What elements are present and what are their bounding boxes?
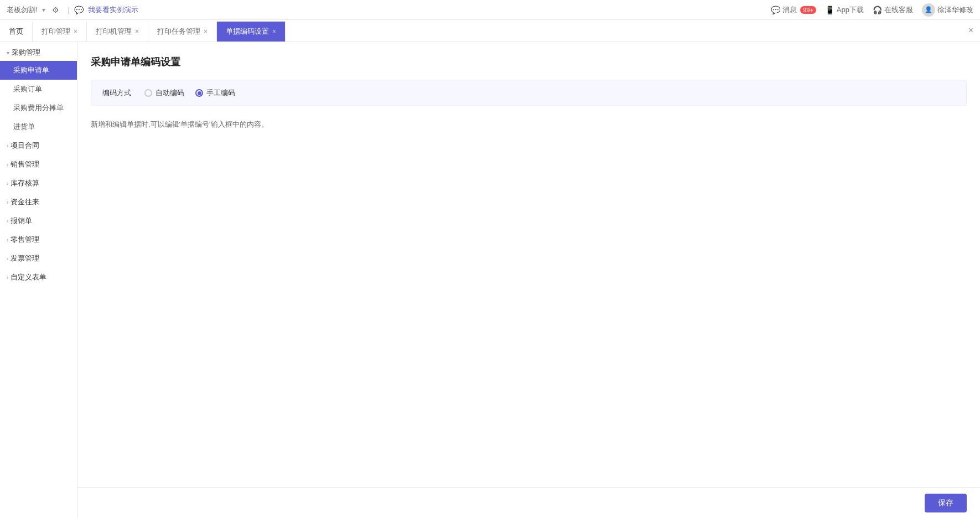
- sidebar-group-procurement: ▾ 采购管理 采购申请单 采购订单 采购费用分摊单 进货单: [0, 42, 77, 136]
- radio-manual-encoding[interactable]: 手工编码: [195, 88, 235, 98]
- sidebar-group-custom-form[interactable]: › 自定义表单: [0, 268, 77, 287]
- chevron-right-icon: ›: [7, 143, 8, 149]
- radio-auto-label: 自动编码: [155, 88, 184, 98]
- radio-manual-label: 手工编码: [206, 88, 235, 98]
- encoding-label: 编码方式: [102, 88, 131, 98]
- demo-link-icon: 💬: [74, 6, 84, 14]
- tab-print-task-mgmt-close[interactable]: ×: [204, 28, 208, 35]
- sidebar-group-sales-mgmt[interactable]: › 销售管理: [0, 155, 77, 174]
- sidebar-group-retail[interactable]: › 零售管理: [0, 230, 77, 249]
- tab-bar-close-all[interactable]: ×: [962, 19, 980, 42]
- avatar: 👤: [922, 3, 935, 17]
- encoding-radio-group: 自动编码 手工编码: [144, 88, 235, 98]
- page-title: 采购申请单编码设置: [91, 55, 967, 69]
- demo-link[interactable]: 我要看实例演示: [88, 5, 138, 15]
- tab-home[interactable]: 首页: [0, 22, 33, 42]
- top-bar: 老板勿割! | 💬 我要看实例演示 消息 99+ App下载 在线客服 👤 徐泽…: [0, 0, 980, 20]
- sidebar-item-purchase-expense[interactable]: 采购费用分摊单: [0, 99, 77, 117]
- tab-print-mgmt-label: 打印管理: [42, 27, 70, 37]
- content-area: 采购申请单编码设置 编码方式 自动编码 手工编码 新增和编辑单据时,可以编辑'单…: [77, 42, 980, 518]
- tab-barcode-settings-close[interactable]: ×: [272, 28, 276, 35]
- main-layout: ▾ 采购管理 采购申请单 采购订单 采购费用分摊单 进货单 › 项目合同 › 销…: [0, 42, 980, 518]
- message-label: 消息: [782, 5, 797, 15]
- brand-label: 老板勿割!: [7, 5, 38, 15]
- radio-auto-encoding[interactable]: 自动编码: [144, 88, 184, 98]
- sidebar: ▾ 采购管理 采购申请单 采购订单 采购费用分摊单 进货单 › 项目合同 › 销…: [0, 42, 77, 518]
- chevron-right-icon6: ›: [7, 237, 8, 243]
- radio-auto-circle[interactable]: [144, 89, 152, 97]
- service-icon: [873, 6, 882, 14]
- user-name: 徐泽华修改: [937, 5, 973, 15]
- sidebar-group-returns[interactable]: › 报销单: [0, 211, 77, 230]
- sidebar-group-procurement-title[interactable]: ▾ 采购管理: [0, 42, 77, 61]
- tab-barcode-settings-label: 单据编码设置: [226, 27, 269, 37]
- save-button[interactable]: 保存: [925, 494, 967, 512]
- sidebar-item-purchase-request[interactable]: 采购申请单: [0, 61, 77, 80]
- hint-text: 新增和编辑单据时,可以编辑'单据编号'输入框中的内容。: [91, 115, 967, 134]
- encoding-section: 编码方式 自动编码 手工编码: [91, 80, 967, 106]
- content-main: 采购申请单编码设置 编码方式 自动编码 手工编码 新增和编辑单据时,可以编辑'单…: [77, 42, 980, 487]
- sidebar-group-project-contract[interactable]: › 项目合同: [0, 136, 77, 155]
- sidebar-item-purchase-order[interactable]: 采购订单: [0, 80, 77, 99]
- top-bar-right: 消息 99+ App下载 在线客服 👤 徐泽华修改: [771, 3, 973, 17]
- chevron-down-icon: ▾: [7, 50, 9, 56]
- message-icon: [771, 6, 780, 14]
- tab-print-mgmt[interactable]: 打印管理 ×: [33, 22, 87, 42]
- online-service-button[interactable]: 在线客服: [873, 5, 913, 15]
- tab-home-label: 首页: [9, 27, 23, 37]
- tab-bar: 首页 打印管理 × 打印机管理 × 打印任务管理 × 单据编码设置 × ×: [0, 20, 980, 42]
- sidebar-group-fund[interactable]: › 资金往来: [0, 193, 77, 211]
- tab-print-task-mgmt-label: 打印任务管理: [157, 27, 200, 37]
- tab-printer-mgmt-label: 打印机管理: [96, 27, 132, 37]
- top-bar-left: 老板勿割! | 💬 我要看实例演示: [7, 5, 138, 15]
- app-download-label: App下载: [837, 5, 864, 15]
- online-service-label: 在线客服: [884, 5, 913, 15]
- sidebar-group-inventory[interactable]: › 库存核算: [0, 174, 77, 193]
- message-badge: 99+: [800, 6, 816, 14]
- settings-icon[interactable]: [52, 6, 59, 14]
- chevron-right-icon7: ›: [7, 256, 8, 262]
- user-menu[interactable]: 👤 徐泽华修改: [922, 3, 973, 17]
- app-icon: [825, 6, 834, 14]
- chevron-right-icon2: ›: [7, 162, 8, 168]
- message-button[interactable]: 消息 99+: [771, 5, 816, 15]
- tab-barcode-settings[interactable]: 单据编码设置 ×: [217, 22, 286, 42]
- sidebar-group-procurement-label: 采购管理: [12, 48, 40, 58]
- chevron-right-icon8: ›: [7, 274, 8, 281]
- tab-print-mgmt-close[interactable]: ×: [74, 28, 77, 35]
- sidebar-item-stock-in[interactable]: 进货单: [0, 117, 77, 136]
- tab-printer-mgmt[interactable]: 打印机管理 ×: [87, 22, 148, 42]
- app-download-button[interactable]: App下载: [825, 5, 864, 15]
- radio-manual-circle[interactable]: [195, 89, 203, 97]
- chevron-right-icon3: ›: [7, 180, 8, 187]
- tab-printer-mgmt-close[interactable]: ×: [135, 28, 139, 35]
- content-footer: 保存: [77, 487, 980, 518]
- sidebar-group-invoice[interactable]: › 发票管理: [0, 249, 77, 268]
- dropdown-icon[interactable]: [42, 6, 45, 14]
- tab-print-task-mgmt[interactable]: 打印任务管理 ×: [148, 22, 217, 42]
- chevron-right-icon4: ›: [7, 199, 8, 205]
- chevron-right-icon5: ›: [7, 218, 8, 224]
